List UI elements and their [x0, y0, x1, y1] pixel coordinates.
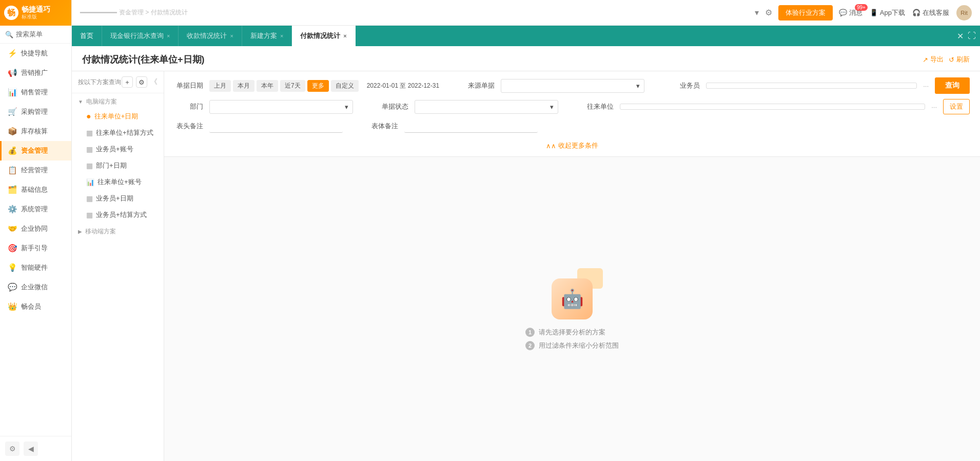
- scheme-item-dept-date[interactable]: ▦ 部门+日期: [72, 157, 164, 174]
- scheme-item-partner-settle[interactable]: ▦ 往来单位+结算方式: [72, 125, 164, 141]
- trial-industry-btn[interactable]: 体验行业方案: [778, 5, 833, 21]
- sidebar-item-wechat[interactable]: 💬 企业微信: [0, 277, 71, 297]
- scheme-panel-label: 按以下方案查询: [78, 78, 121, 87]
- sidebar-label-inventory: 库存核算: [21, 127, 48, 136]
- tip-num-2: 2: [525, 341, 535, 350]
- tab-bank-flow-close[interactable]: ×: [167, 33, 170, 39]
- search-label: 搜索菜单: [16, 30, 43, 39]
- refresh-btn[interactable]: ↺ 刷新: [949, 55, 970, 64]
- scheme-item-icon-7: ▦: [86, 211, 93, 219]
- export-btn[interactable]: ↗ 导出: [923, 55, 944, 64]
- tab-receipt-stats[interactable]: 收款情况统计 ×: [179, 26, 242, 46]
- download-icon: 📱: [870, 9, 878, 16]
- page-header: 付款情况统计(往来单位+日期) ↗ 导出 ↺ 刷新: [72, 46, 980, 71]
- sidebar-icon-operation: 📋: [8, 166, 17, 175]
- scheme-group-desktop[interactable]: ▼ 电脑端方案: [72, 93, 164, 108]
- tip-text-1: 请先选择要分析的方案: [539, 328, 605, 337]
- tab-home[interactable]: 首页: [72, 26, 102, 46]
- download-label: App下载: [880, 8, 905, 17]
- user-avatar[interactable]: Rit: [956, 5, 972, 21]
- sidebar-icon-finance: 💰: [8, 146, 17, 155]
- sidebar-item-finance[interactable]: 💰 资金管理: [0, 141, 71, 161]
- sidebar-item-system[interactable]: ⚙️ 系统管理: [0, 199, 71, 219]
- tab-fullscreen-btn[interactable]: ⛶: [968, 31, 976, 41]
- topbar-dropdown-icon[interactable]: ▾: [755, 8, 759, 17]
- date-this-year-btn[interactable]: 本年: [257, 80, 278, 92]
- app-download-btn[interactable]: 📱 App下载: [870, 8, 905, 17]
- scheme-group-arrow: ▼: [78, 99, 83, 105]
- sidebar-item-purchase[interactable]: 🛒 采购管理: [0, 102, 71, 122]
- date-last-month-btn[interactable]: 上月: [209, 80, 231, 92]
- tab-payment-stats-close[interactable]: ×: [343, 33, 346, 39]
- salesman-more-btn[interactable]: ···: [923, 82, 929, 90]
- scheme-item-label-5: 往来单位+账号: [97, 177, 142, 187]
- tip-text-2: 用过滤条件来缩小分析范围: [539, 341, 619, 350]
- filter-collapse-btn[interactable]: ∧∧ 收起更多条件: [174, 138, 970, 152]
- scheme-item-salesman-account[interactable]: ▦ 业务员+账号: [72, 141, 164, 157]
- topbar-settings-icon[interactable]: ⚙: [765, 8, 772, 17]
- sidebar: 畅 畅捷通巧 标准版 🔍 搜索菜单 ⚡ 快捷导航 📢 营销推广 📊 销售管理 🛒…: [0, 0, 72, 461]
- sidebar-item-quick-nav[interactable]: ⚡ 快捷导航: [0, 44, 71, 63]
- tab-payment-stats[interactable]: 付款情况统计 ×: [292, 26, 355, 46]
- message-btn[interactable]: 💬 消息 99+: [839, 8, 863, 17]
- tab-new-scheme-close[interactable]: ×: [280, 33, 283, 39]
- breadcrumb-placeholder: 资金管理 > 付款情况统计: [119, 8, 188, 17]
- main-area: ━━━━━━━━━ 资金管理 > 付款情况统计 ▾ ⚙ 体验行业方案 💬 消息 …: [72, 0, 980, 461]
- date-btns: 上月 本月 本年 近7天 更多 自定义: [209, 80, 359, 92]
- scheme-group-mobile[interactable]: ▶ 移动端方案: [72, 223, 164, 238]
- doc-status-chevron: ▾: [550, 103, 554, 111]
- sidebar-label-enterprise: 企业协同: [21, 224, 48, 233]
- sidebar-label-hardware: 智能硬件: [21, 263, 48, 272]
- tabbar-right: ✕ ⛶: [957, 26, 980, 46]
- tab-new-scheme[interactable]: 新建方案 ×: [242, 26, 292, 46]
- salesman-select[interactable]: [706, 83, 917, 89]
- doc-status-select[interactable]: ▾: [415, 100, 558, 114]
- online-service-btn[interactable]: 🎧 在线客服: [912, 8, 949, 17]
- date-this-month-btn[interactable]: 本月: [233, 80, 254, 92]
- table-header-note-input[interactable]: [209, 119, 343, 133]
- scheme-item-salesman-settle[interactable]: ▦ 业务员+结算方式: [72, 207, 164, 223]
- sidebar-label-member: 畅会员: [21, 302, 41, 311]
- sidebar-item-basic[interactable]: 🗂️ 基础信息: [0, 180, 71, 199]
- scheme-add-btn[interactable]: +: [122, 76, 133, 88]
- sidebar-item-enterprise[interactable]: 🤝 企业协同: [0, 219, 71, 238]
- collapse-label: 收起更多条件: [558, 141, 598, 150]
- table-body-note-input[interactable]: [404, 119, 538, 133]
- topbar-right: 💬 消息 99+ 📱 App下载 🎧 在线客服 Rit: [839, 5, 972, 21]
- content-body: 按以下方案查询 + ⚙ 《 ▼ 电脑端方案 ● 往来单位+日期 ▦: [72, 71, 980, 461]
- dept-select[interactable]: ▾: [209, 100, 353, 114]
- tab-close-all-btn[interactable]: ✕: [957, 31, 964, 41]
- sidebar-item-hardware[interactable]: 💡 智能硬件: [0, 258, 71, 277]
- date-last-7days-btn[interactable]: 近7天: [280, 80, 305, 92]
- sidebar-header: 畅 畅捷通巧 标准版: [0, 0, 71, 26]
- sidebar-icon-marketing: 📢: [8, 68, 17, 77]
- scheme-item-partner-date[interactable]: ● 往来单位+日期: [72, 108, 164, 125]
- sidebar-item-inventory[interactable]: 📦 库存核算: [0, 122, 71, 141]
- scheme-settings-btn[interactable]: ⚙: [136, 76, 147, 88]
- footer-settings-btn[interactable]: ⚙: [5, 442, 19, 456]
- sidebar-search[interactable]: 🔍 搜索菜单: [0, 26, 71, 44]
- sidebar-item-guide[interactable]: 🎯 新手引导: [0, 238, 71, 258]
- partner-select[interactable]: [620, 104, 925, 110]
- app-name-block: 畅捷通巧 标准版: [22, 5, 50, 21]
- query-btn[interactable]: 查询: [935, 77, 970, 94]
- tab-bank-flow[interactable]: 现金银行流水查询 ×: [102, 26, 179, 46]
- date-custom-btn[interactable]: 自定义: [331, 80, 359, 92]
- sidebar-item-operation[interactable]: 📋 经营管理: [0, 161, 71, 180]
- date-more-btn[interactable]: 更多: [307, 80, 329, 92]
- scheme-collapse-btn[interactable]: 《: [150, 77, 158, 87]
- scheme-item-partner-account[interactable]: 📊 往来单位+账号: [72, 174, 164, 190]
- sidebar-label-purchase: 采购管理: [21, 107, 48, 116]
- source-doc-select[interactable]: ▾: [501, 79, 644, 93]
- settings-btn[interactable]: 设置: [943, 99, 970, 114]
- sidebar-item-sales[interactable]: 📊 销售管理: [0, 83, 71, 102]
- tab-home-label: 首页: [80, 31, 93, 41]
- sidebar-item-member[interactable]: 👑 畅会员: [0, 297, 71, 316]
- partner-more-btn[interactable]: ···: [931, 103, 937, 111]
- tab-receipt-stats-close[interactable]: ×: [230, 33, 233, 39]
- sidebar-item-marketing[interactable]: 📢 营销推广: [0, 63, 71, 83]
- export-icon: ↗: [923, 56, 928, 64]
- footer-collapse-btn[interactable]: ◀: [24, 442, 38, 456]
- table-header-note-label: 表头备注: [174, 122, 203, 131]
- scheme-item-salesman-date[interactable]: ▦ 业务员+日期: [72, 190, 164, 207]
